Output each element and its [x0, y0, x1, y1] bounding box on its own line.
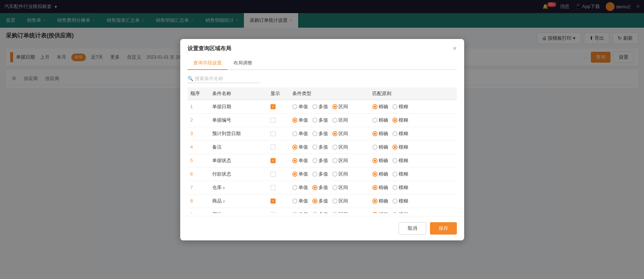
display-checkbox[interactable]: ✓ — [270, 158, 276, 163]
cell-name: 属性∨ — [209, 211, 268, 213]
search-input[interactable] — [195, 76, 253, 81]
radio-match-exact[interactable]: 精确 — [372, 144, 388, 150]
condition-name: 单据状态 — [212, 158, 231, 163]
radio-type-single[interactable]: 单值 — [292, 211, 308, 213]
radio-circle-multi — [312, 199, 317, 204]
radio-label-multi: 多值 — [319, 211, 328, 213]
radio-type-single[interactable]: 单值 — [292, 198, 308, 204]
radio-type-range[interactable]: 区间 — [332, 171, 348, 177]
radio-type-single[interactable]: 单值 — [292, 184, 308, 191]
radio-type-multi[interactable]: 多值 — [312, 130, 328, 137]
cell-name: 单据日期 — [209, 103, 268, 110]
radio-match-exact[interactable]: 精确 — [372, 130, 388, 137]
radio-type-multi[interactable]: 多值 — [312, 184, 328, 191]
radio-match-fuzzy[interactable]: 模糊 — [392, 157, 408, 164]
radio-type-single[interactable]: 单值 — [292, 144, 308, 150]
radio-type-range[interactable]: 区间 — [332, 211, 348, 213]
radio-match-exact[interactable]: 精确 — [372, 184, 388, 191]
cell-display[interactable]: ✓ — [268, 104, 289, 109]
cell-order: 3 — [187, 131, 209, 136]
radio-match-fuzzy[interactable]: 模糊 — [392, 184, 408, 191]
radio-circle-match-exact — [372, 145, 378, 150]
radio-match-fuzzy[interactable]: 模糊 — [392, 117, 408, 123]
cell-order: 2 — [187, 117, 209, 123]
radio-circle-single — [292, 104, 297, 109]
save-button[interactable]: 保存 — [430, 222, 457, 235]
cell-match: 精确模糊 — [370, 130, 442, 137]
cancel-button[interactable]: 取消 — [399, 222, 426, 235]
radio-circle-match-fuzzy — [392, 172, 398, 177]
cell-order: 7 — [187, 185, 209, 190]
display-checkbox[interactable] — [270, 131, 276, 136]
dialog-tabs: 查询字段设置 布局调整 — [187, 57, 457, 70]
expand-icon[interactable]: ∨ — [222, 212, 225, 213]
radio-type-range[interactable]: 区间 — [332, 184, 348, 191]
radio-label-multi: 多值 — [319, 144, 328, 150]
tab-query-fields[interactable]: 查询字段设置 — [187, 57, 228, 70]
display-checkbox[interactable]: ✓ — [270, 199, 276, 204]
radio-match-exact[interactable]: 精确 — [372, 211, 388, 213]
radio-match-fuzzy[interactable]: 模糊 — [392, 144, 408, 150]
col-order: 顺序 — [187, 90, 209, 97]
cell-display[interactable] — [268, 172, 289, 177]
radio-type-single[interactable]: 单值 — [292, 171, 308, 177]
expand-icon[interactable]: ∨ — [222, 185, 225, 190]
radio-match-exact[interactable]: 精确 — [372, 103, 388, 110]
display-checkbox[interactable] — [270, 118, 276, 123]
radio-circle-match-fuzzy — [392, 145, 398, 150]
cell-display[interactable]: ✓ — [268, 158, 289, 163]
cell-display[interactable] — [268, 212, 289, 213]
radio-type-range[interactable]: 区间 — [332, 103, 348, 110]
radio-circle-range — [332, 185, 337, 190]
radio-circle-match-fuzzy — [392, 118, 398, 123]
radio-type-multi[interactable]: 多值 — [312, 198, 328, 204]
radio-type-multi[interactable]: 多值 — [312, 144, 328, 150]
radio-type-range[interactable]: 区间 — [332, 117, 348, 123]
radio-match-exact[interactable]: 精确 — [372, 117, 388, 123]
radio-match-fuzzy[interactable]: 模糊 — [392, 211, 408, 213]
cell-display[interactable] — [268, 145, 289, 150]
radio-type-multi[interactable]: 多值 — [312, 117, 328, 123]
radio-type-single[interactable]: 单值 — [292, 157, 308, 164]
radio-match-fuzzy[interactable]: 模糊 — [392, 171, 408, 177]
radio-match-fuzzy[interactable]: 模糊 — [392, 198, 408, 204]
cell-display[interactable] — [268, 185, 289, 190]
expand-icon[interactable]: ∨ — [222, 199, 225, 203]
radio-match-exact[interactable]: 精确 — [372, 157, 388, 164]
display-checkbox[interactable] — [270, 185, 276, 190]
row-number: 8 — [190, 198, 193, 204]
radio-match-exact[interactable]: 精确 — [372, 171, 388, 177]
radio-type-multi[interactable]: 多值 — [312, 157, 328, 164]
display-checkbox[interactable] — [270, 172, 276, 177]
dialog-search-area: 🔍 — [180, 70, 464, 87]
radio-type-multi[interactable]: 多值 — [312, 211, 328, 213]
radio-label-match-exact: 精确 — [379, 130, 388, 137]
cell-display[interactable]: ✓ — [268, 199, 289, 204]
radio-match-fuzzy[interactable]: 模糊 — [392, 130, 408, 137]
radio-circle-range — [332, 212, 337, 213]
tab-layout[interactable]: 布局调整 — [228, 57, 258, 70]
display-checkbox[interactable]: ✓ — [270, 104, 276, 109]
radio-type-range[interactable]: 区间 — [332, 130, 348, 137]
radio-type-range[interactable]: 区间 — [332, 157, 348, 164]
radio-type-range[interactable]: 区间 — [332, 144, 348, 150]
radio-circle-match-exact — [372, 104, 378, 109]
radio-type-single[interactable]: 单值 — [292, 103, 308, 110]
radio-type-single[interactable]: 单值 — [292, 117, 308, 123]
cell-display[interactable] — [268, 118, 289, 123]
radio-circle-match-exact — [372, 199, 378, 204]
radio-type-multi[interactable]: 多值 — [312, 171, 328, 177]
radio-type-range[interactable]: 区间 — [332, 198, 348, 204]
col-match: 匹配原则 — [370, 90, 442, 97]
radio-circle-multi — [312, 158, 317, 163]
radio-type-single[interactable]: 单值 — [292, 130, 308, 137]
display-checkbox[interactable] — [270, 145, 276, 150]
row-number: 2 — [190, 117, 193, 123]
dialog-close-button[interactable]: × — [453, 45, 457, 52]
display-checkbox[interactable] — [270, 212, 276, 213]
radio-match-exact[interactable]: 精确 — [372, 198, 388, 204]
cell-display[interactable] — [268, 131, 289, 136]
cell-name: 单据编号 — [209, 117, 268, 123]
radio-type-multi[interactable]: 多值 — [312, 103, 328, 110]
radio-match-fuzzy[interactable]: 模糊 — [392, 103, 408, 110]
